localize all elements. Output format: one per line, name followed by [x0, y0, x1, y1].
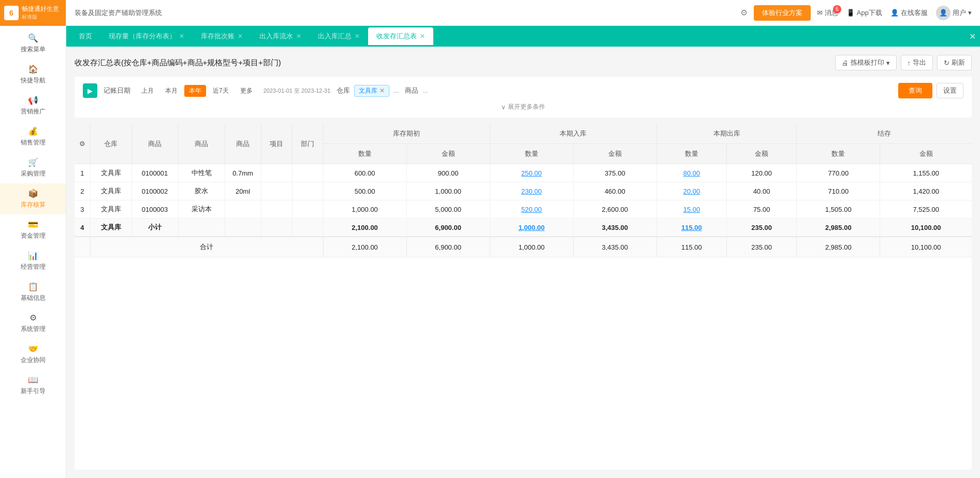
- total-out-amt: 235.00: [727, 237, 797, 257]
- date-btn-7days[interactable]: 近7天: [208, 85, 233, 97]
- date-btn-this-month[interactable]: 本月: [160, 85, 182, 97]
- cell-out-qty[interactable]: 20.00: [656, 182, 726, 200]
- sidebar-item-system[interactable]: ⚙ 系统管理: [0, 308, 66, 339]
- cell-department: [292, 182, 323, 200]
- cell-product-spec: 0.7mm: [225, 164, 261, 182]
- subtotal-in-amt: 3,435.00: [573, 219, 656, 237]
- template-print-button[interactable]: 🖨 拣模板打印 ▾: [835, 55, 897, 70]
- export-button[interactable]: ↑ 导出: [901, 55, 933, 70]
- query-button[interactable]: 查询: [898, 83, 932, 98]
- sidebar-item-purchase[interactable]: 🛒 采购管理: [0, 152, 66, 183]
- sidebar-item-operations[interactable]: 📊 经营管理: [0, 245, 66, 277]
- warehouse-tag-close-icon[interactable]: ✕: [379, 87, 385, 94]
- filter-expand-button[interactable]: ▶: [83, 83, 97, 98]
- sidebar-item-label: 基础信息: [21, 294, 46, 302]
- tab-home-label: 首页: [79, 32, 92, 41]
- subtotal-in-qty[interactable]: 1,000.00: [490, 219, 573, 237]
- sidebar-item-inventory[interactable]: 📦 库存核算: [0, 183, 66, 214]
- sidebar-item-label: 资金管理: [21, 231, 46, 240]
- tab-inventory-dist-label: 现存量（库存分布表）: [109, 32, 176, 41]
- col-product-name: 商品: [178, 124, 225, 164]
- col-project: 项目: [261, 124, 292, 164]
- subtotal-out-qty[interactable]: 115.00: [656, 219, 726, 237]
- tab-in-out-summary-label: 出入库汇总: [318, 32, 352, 41]
- product-more-button[interactable]: ...: [422, 87, 428, 94]
- expand-more-button[interactable]: ∨ 展开更多条件: [83, 103, 963, 111]
- page-header: 收发存汇总表(按仓库+商品编码+商品+规格型号+项目+部门) 🖨 拣模板打印 ▾…: [75, 55, 972, 70]
- sidebar-item-sales[interactable]: 💰 销售管理: [0, 121, 66, 152]
- sidebar-item-enterprise[interactable]: 🤝 企业协同: [0, 339, 66, 370]
- cell-in-qty[interactable]: 520.00: [490, 200, 573, 219]
- table-footer: 合计 2,100.00 6,900.00 1,000.00 3,435.00 1…: [75, 237, 972, 257]
- tab-batch-account-label: 库存批次账: [201, 32, 235, 41]
- page-actions: 🖨 拣模板打印 ▾ ↑ 导出 ↻ 刷新: [835, 55, 972, 70]
- col-in-amt: 金额: [573, 144, 656, 164]
- date-btn-this-year[interactable]: 本年: [184, 85, 206, 97]
- date-btn-more[interactable]: 更多: [236, 85, 257, 97]
- sidebar-item-label: 快捷导航: [21, 76, 46, 85]
- sidebar-item-marketing[interactable]: 📢 营销推广: [0, 90, 66, 121]
- tab-close-active-icon[interactable]: ✕: [420, 33, 425, 40]
- sidebar-item-finance[interactable]: 💳 资金管理: [0, 214, 66, 245]
- subtotal-out-amt: 235.00: [727, 219, 797, 237]
- tab-close-icon[interactable]: ✕: [179, 33, 184, 40]
- date-btn-last-month[interactable]: 上月: [137, 85, 158, 97]
- product-filter: 商品 ...: [405, 86, 428, 95]
- sidebar-item-label: 经营管理: [21, 263, 46, 271]
- warehouse-tag: 文具库 ✕: [354, 85, 389, 97]
- tab-close-icon[interactable]: ✕: [238, 33, 243, 40]
- cell-in-qty[interactable]: 230.00: [490, 182, 573, 200]
- operations-icon: 📊: [28, 251, 38, 260]
- cell-out-qty[interactable]: 80.00: [656, 164, 726, 182]
- tab-recv-send-summary[interactable]: 收发存汇总表 ✕: [368, 27, 433, 45]
- online-service-button[interactable]: 👤 在线客服: [890, 8, 928, 18]
- col-opening-amt: 金额: [406, 144, 490, 164]
- tab-close-icon[interactable]: ✕: [296, 33, 301, 40]
- subtotal-row: 4 文具库 小计 2,100.00 6,900.00 1,000.00 3,43…: [75, 219, 972, 237]
- col-settings[interactable]: ⚙: [75, 124, 90, 164]
- sidebar-item-search[interactable]: 🔍 搜索菜单: [0, 28, 66, 59]
- table-row: 3 文具库 0100003 采访本 1,000.00 5,000.00 520.…: [75, 200, 972, 219]
- col-department: 部门: [292, 124, 323, 164]
- warehouse-label: 仓库: [337, 86, 350, 95]
- cell-in-qty[interactable]: 250.00: [490, 164, 573, 182]
- cell-closing-qty: 1,505.00: [797, 200, 880, 219]
- sidebar-item-label: 新手引导: [21, 387, 46, 396]
- col-group-opening: 库存期初: [323, 124, 490, 144]
- download-icon: 📱: [846, 9, 855, 17]
- close-all-tabs-icon[interactable]: ✕: [969, 32, 976, 41]
- sidebar-item-guide[interactable]: 📖 新手引导: [0, 370, 66, 401]
- tab-close-icon[interactable]: ✕: [355, 33, 360, 40]
- cell-opening-amt: 1,000.00: [406, 182, 490, 200]
- warehouse-more-button[interactable]: ...: [393, 87, 399, 94]
- expand-more-icon: ∨: [501, 104, 506, 111]
- settings-icon[interactable]: ⚙: [740, 8, 748, 18]
- col-closing-qty: 数量: [797, 144, 880, 164]
- sidebar-nav: 🔍 搜索菜单 🏠 快捷导航 📢 营销推广 💰 销售管理 🛒 采购管理 📦 库存核…: [0, 26, 66, 478]
- tab-in-out-summary[interactable]: 出入库汇总 ✕: [310, 27, 368, 45]
- logo-icon: 6: [4, 6, 19, 20]
- col-in-qty: 数量: [490, 144, 573, 164]
- tab-home[interactable]: 首页: [70, 27, 100, 45]
- col-warehouse: 仓库: [90, 124, 131, 164]
- cell-project: [261, 200, 292, 219]
- cell-out-amt: 120.00: [727, 164, 797, 182]
- service-icon: 👤: [890, 9, 899, 17]
- sidebar-item-basic-info[interactable]: 📋 基础信息: [0, 277, 66, 308]
- trial-button[interactable]: 体验行业方案: [754, 5, 811, 21]
- tab-in-out-flow[interactable]: 出入库流水 ✕: [251, 27, 310, 45]
- date-range-display: 2023-01-01 至 2023-12-31: [264, 87, 331, 95]
- cell-out-qty[interactable]: 15.00: [656, 200, 726, 219]
- sidebar-item-quick-nav[interactable]: 🏠 快捷导航: [0, 59, 66, 90]
- messages-button[interactable]: ✉ 消息 6: [817, 8, 838, 18]
- refresh-button[interactable]: ↻ 刷新: [937, 55, 972, 70]
- user-button[interactable]: 👤 用户 ▾: [936, 6, 972, 20]
- warehouse-tag-text: 文具库: [359, 86, 377, 95]
- filter-settings-button[interactable]: 设置: [937, 83, 963, 98]
- total-closing-amt: 10,100.00: [880, 237, 972, 257]
- tab-inventory-dist[interactable]: 现存量（库存分布表） ✕: [100, 27, 193, 45]
- col-closing-amt: 金额: [880, 144, 972, 164]
- cell-product-name: 中性笔: [178, 164, 225, 182]
- tab-batch-account[interactable]: 库存批次账 ✕: [193, 27, 251, 45]
- app-download-button[interactable]: 📱 App下载: [846, 8, 882, 18]
